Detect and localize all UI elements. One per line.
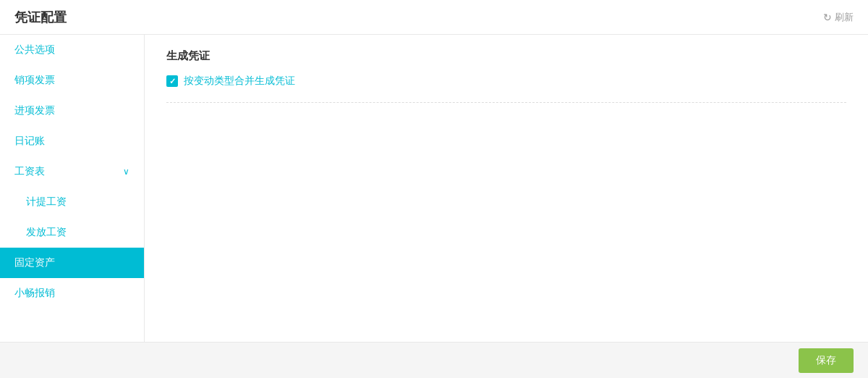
checkbox-label: 按变动类型合并生成凭证: [184, 75, 295, 88]
chevron-down-icon: ∨: [123, 167, 129, 177]
page-title: 凭证配置: [14, 9, 67, 26]
content-area: 生成凭证 按变动类型合并生成凭证: [145, 35, 868, 342]
sidebar-item-label: 公共选项: [14, 43, 55, 56]
sidebar-item-label: 计提工资: [26, 196, 67, 209]
sidebar-item-purchase-invoice[interactable]: 进项发票: [0, 96, 144, 126]
sidebar-item-fixed-assets[interactable]: 固定资产: [0, 248, 144, 278]
sidebar-item-label: 固定资产: [14, 256, 55, 269]
sidebar-item-label: 销项发票: [14, 74, 55, 87]
checkbox-row: 按变动类型合并生成凭证: [166, 75, 846, 88]
refresh-button[interactable]: ↻ 刷新: [823, 11, 854, 24]
sidebar-item-label: 日记账: [14, 135, 45, 148]
section-divider: [166, 102, 846, 103]
save-button[interactable]: 保存: [799, 348, 854, 373]
sidebar-item-pay-wage[interactable]: 发放工资: [0, 217, 144, 248]
sidebar-item-expense-report[interactable]: 小畅报销: [0, 278, 144, 308]
sidebar-item-label: 进项发票: [14, 104, 55, 117]
footer: 保存: [0, 342, 868, 378]
main-layout: 公共选项 销项发票 进项发票 日记账 工资表 ∨ 计提工资 发放工资 固定资产 …: [0, 35, 868, 342]
refresh-label: 刷新: [835, 11, 854, 24]
sidebar-item-journal[interactable]: 日记账: [0, 126, 144, 156]
sidebar-item-label: 小畅报销: [14, 287, 55, 300]
sidebar-item-public-options[interactable]: 公共选项: [0, 35, 144, 65]
header: 凭证配置 ↻ 刷新: [0, 0, 868, 35]
sidebar-item-payroll-table[interactable]: 工资表 ∨: [0, 156, 144, 187]
sidebar-item-label: 工资表: [14, 165, 45, 178]
merge-checkbox[interactable]: [166, 75, 178, 87]
refresh-icon: ↻: [823, 12, 832, 23]
section-title: 生成凭证: [166, 49, 846, 63]
sidebar-item-sales-invoice[interactable]: 销项发票: [0, 65, 144, 96]
sidebar: 公共选项 销项发票 进项发票 日记账 工资表 ∨ 计提工资 发放工资 固定资产 …: [0, 35, 145, 342]
sidebar-item-label: 发放工资: [26, 226, 67, 239]
sidebar-item-calc-wage[interactable]: 计提工资: [0, 187, 144, 217]
